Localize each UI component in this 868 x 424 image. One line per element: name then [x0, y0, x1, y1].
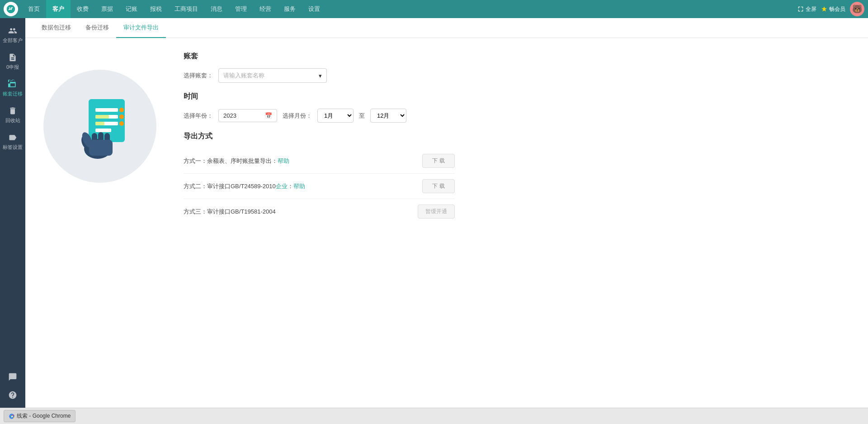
svg-point-5	[119, 108, 124, 112]
sidebar-item-zero-declaration[interactable]: 0申报	[0, 48, 25, 75]
tab-audit-export[interactable]: 审计文件导出	[116, 18, 166, 38]
svg-point-7	[119, 121, 124, 126]
svg-rect-16	[89, 140, 113, 156]
sidebar-label-trash: 回收站	[5, 117, 20, 124]
nav-operation[interactable]: 经营	[253, 0, 278, 18]
account-select[interactable]: 请输入账套名称 ▾	[218, 68, 327, 83]
sidebar-item-notifications[interactable]	[0, 368, 25, 386]
method-3-coming-soon-button[interactable]: 暂缓开通	[418, 205, 455, 219]
svg-rect-1	[95, 108, 118, 112]
sidebar-label-tag-settings: 标签设置	[3, 144, 23, 151]
sidebar-item-migrate[interactable]: 账套迁移	[0, 75, 25, 102]
illustration-area	[43, 70, 156, 183]
tabs-bar: 数据包迁移 备份迁移 审计文件导出	[25, 18, 868, 38]
chevron-down-icon: ▾	[319, 72, 322, 79]
export-method-2: 方式二：审计接口GB/T24589-2010企业：帮助 下 载	[184, 174, 455, 199]
nav-bookkeeping[interactable]: 记账	[119, 0, 144, 18]
taskbar: 线索 - Google Chrome	[0, 408, 868, 424]
tab-data-migrate[interactable]: 数据包迁移	[34, 18, 78, 38]
nav-manage[interactable]: 管理	[229, 0, 253, 18]
method-1-text: 方式一：余额表、序时账批量导出：帮助	[184, 157, 422, 165]
method-2-text: 方式二：审计接口GB/T24589-2010企业：帮助	[184, 182, 422, 191]
to-separator: 至	[359, 112, 365, 120]
account-placeholder: 请输入账套名称	[223, 71, 264, 80]
sidebar-item-tag-settings[interactable]: 标签设置	[0, 129, 25, 155]
method-2-company-link[interactable]: 企业	[276, 183, 288, 190]
method-1-download-button[interactable]: 下 载	[422, 154, 455, 168]
fullscreen-button[interactable]: 全屏	[797, 5, 816, 13]
account-row: 选择账套： 请输入账套名称 ▾	[184, 68, 455, 83]
method-3-text-before: 方式三：审计接口GB/T19581-2004	[184, 208, 276, 215]
sidebar-item-help[interactable]	[0, 386, 25, 404]
nav-service[interactable]: 服务	[278, 0, 302, 18]
month-end-select[interactable]: 1月2月3月4月 5月6月7月8月 9月10月11月12月	[370, 109, 406, 123]
nav-right: 全屏 畅会员 🐻	[797, 2, 864, 16]
section-export-title: 导出方式	[184, 132, 455, 141]
section-account-title: 账套	[184, 52, 455, 61]
method-1-help-link[interactable]: 帮助	[278, 157, 289, 164]
method-2-text-before: 方式二：审计接口GB/T24589-2010	[184, 183, 276, 190]
nav-fee[interactable]: 收费	[71, 0, 95, 18]
method-3-text: 方式三：审计接口GB/T19581-2004	[184, 208, 418, 216]
nav-settings[interactable]: 设置	[302, 0, 326, 18]
nav-business[interactable]: 工商项目	[168, 0, 204, 18]
form-area: 账套 选择账套： 请输入账套名称 ▾ 时间 选择年份： 2023 📅	[184, 52, 455, 224]
sidebar: 全部客户 0申报 账套迁移 回收站 标签设置	[0, 18, 25, 408]
year-input[interactable]: 2023 📅	[218, 109, 277, 122]
sidebar-label-all-customers: 全部客户	[3, 37, 23, 44]
month-start-select[interactable]: 1月2月3月4月 5月6月7月8月 9月10月11月12月	[317, 109, 354, 123]
chrome-icon	[9, 413, 15, 419]
nav-message[interactable]: 消息	[204, 0, 229, 18]
sidebar-item-all-customers[interactable]: 全部客户	[0, 22, 25, 48]
sidebar-bottom	[0, 368, 25, 408]
nav-home[interactable]: 首页	[22, 0, 46, 18]
nav-invoice[interactable]: 票据	[95, 0, 119, 18]
time-row: 选择年份： 2023 📅 选择月份： 1月2月3月4月 5月6月7月8月 9月1…	[184, 109, 455, 123]
svg-point-6	[119, 114, 124, 119]
main-layout: 全部客户 0申报 账套迁移 回收站 标签设置	[0, 18, 868, 408]
export-method-3: 方式三：审计接口GB/T19581-2004 暂缓开通	[184, 199, 455, 224]
sidebar-label-zero-declaration: 0申报	[6, 64, 19, 71]
nav-customer[interactable]: 客户	[46, 0, 71, 18]
method-1-text-before: 方式一：余额表、序时账批量导出：	[184, 157, 278, 164]
tab-backup-migrate[interactable]: 备份迁移	[78, 18, 116, 38]
illustration-svg	[64, 88, 136, 165]
svg-rect-8	[95, 115, 109, 119]
app-logo[interactable]	[4, 2, 18, 16]
svg-rect-9	[95, 122, 104, 125]
nav-tax[interactable]: 报税	[144, 0, 168, 18]
vip-button[interactable]: 畅会员	[821, 5, 845, 13]
label-select-month: 选择月份：	[283, 112, 312, 120]
top-navigation: 首页 客户 收费 票据 记账 报税 工商项目 消息 管理 经营 服务 设置 全屏…	[0, 0, 868, 18]
user-avatar[interactable]: 🐻	[850, 2, 864, 16]
page-content: 账套 选择账套： 请输入账套名称 ▾ 时间 选择年份： 2023 📅	[25, 38, 868, 408]
sidebar-item-trash[interactable]: 回收站	[0, 102, 25, 129]
section-time-title: 时间	[184, 92, 455, 101]
taskbar-chrome-item[interactable]: 线索 - Google Chrome	[4, 410, 75, 422]
year-value: 2023	[223, 112, 236, 119]
calendar-icon: 📅	[265, 112, 272, 119]
illustration-circle	[43, 70, 156, 183]
method-2-help-link[interactable]: 帮助	[293, 183, 305, 190]
export-method-1: 方式一：余额表、序时账批量导出：帮助 下 载	[184, 148, 455, 174]
svg-rect-4	[95, 129, 111, 132]
label-select-account: 选择账套：	[184, 71, 213, 80]
taskbar-chrome-label: 线索 - Google Chrome	[17, 412, 71, 420]
content-area: 数据包迁移 备份迁移 审计文件导出	[25, 18, 868, 408]
label-select-year: 选择年份：	[184, 112, 213, 120]
method-2-download-button[interactable]: 下 载	[422, 179, 455, 193]
method-2-text-mid: ：	[288, 183, 293, 190]
nav-items: 首页 客户 收费 票据 记账 报税 工商项目 消息 管理 经营 服务 设置	[22, 0, 797, 18]
sidebar-label-migrate: 账套迁移	[3, 91, 23, 97]
